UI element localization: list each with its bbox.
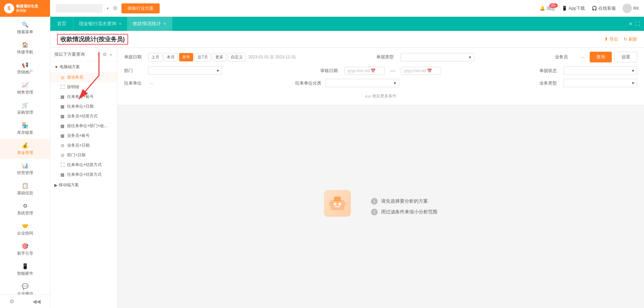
query-button[interactable]: 查询 bbox=[590, 52, 612, 62]
scheme-item-partner-settlement2[interactable]: ▦ 往来单位+结算方式 bbox=[50, 170, 117, 179]
add-scheme-button[interactable]: + bbox=[97, 51, 101, 58]
partner-more-icon[interactable]: ··· bbox=[150, 81, 154, 86]
maximize-window-icon[interactable]: ⛶ bbox=[635, 21, 640, 27]
date-separator: — bbox=[390, 68, 395, 74]
app-download-label: App下载 bbox=[569, 5, 585, 11]
dept-date-icon: ⊙ bbox=[60, 153, 65, 158]
svg-rect-1 bbox=[334, 197, 341, 201]
dropdown-icon[interactable]: ▾ bbox=[107, 6, 109, 11]
scheme-item-salesperson-settlement[interactable]: ▦ 业务员+结算方式 bbox=[50, 111, 117, 121]
collapse-sidebar-icon[interactable]: ◀◀ bbox=[33, 298, 41, 305]
partner-account-icon: ▦ bbox=[60, 94, 65, 99]
scheme-item-label: 部门+日期 bbox=[67, 152, 86, 158]
scheme-item-partner-settlement1[interactable]: ⛶ 往来单位+结算方式 bbox=[50, 160, 117, 170]
date-btn-this-year[interactable]: 本年 bbox=[179, 53, 193, 61]
sidebar-item-quicknav[interactable]: 🏠 快捷导航 bbox=[0, 38, 50, 58]
scheme-group-pc[interactable]: ▼ 电脑端方案 bbox=[50, 61, 117, 72]
scheme-header-actions: + ⚙ « bbox=[97, 51, 113, 58]
tabbar: 首页 现金银行流水查询 ✕ 收款情况统计 ✕ ✕ ⛶ bbox=[50, 17, 644, 31]
sidebar-item-search[interactable]: 🔍 搜索菜单 bbox=[0, 18, 50, 38]
sidebar-item-hardware[interactable]: 📱 智能硬件 bbox=[0, 260, 50, 280]
scheme-item-salesperson-date[interactable]: ⊙ 业务员+日期 bbox=[50, 141, 117, 150]
sidebar-item-wechat[interactable]: 💬 企业微信 bbox=[0, 280, 50, 295]
tab-bank-flow[interactable]: 现金银行流水查询 ✕ bbox=[73, 17, 127, 31]
sidebar-item-marketing[interactable]: 📢 营销推广 bbox=[0, 58, 50, 79]
empty-tips: 1 请先选择要分析的方案 2 用过滤条件来缩小分析范围 bbox=[371, 198, 437, 215]
close-tab2-icon[interactable]: ✕ bbox=[163, 21, 166, 26]
gear-icon[interactable]: ⚙ bbox=[113, 5, 117, 11]
sidebar-item-sales[interactable]: 📈 销售管理 bbox=[0, 79, 50, 99]
business-type-select[interactable]: ▾ bbox=[564, 79, 637, 87]
page-header-actions: ⬆ 导出 ↻ 刷新 bbox=[604, 36, 637, 42]
scheme-item-partner-dept[interactable]: ▦ 按往来单位+部门+收... bbox=[50, 121, 117, 131]
date-btn-last-month[interactable]: 上月 bbox=[148, 53, 162, 61]
svg-point-3 bbox=[338, 203, 341, 205]
sidebar-item-finance[interactable]: 💰 资金管理 bbox=[0, 139, 50, 159]
sidebar-item-system[interactable]: ⚙ 系统管理 bbox=[0, 199, 50, 219]
inventory-icon: 🏪 bbox=[22, 122, 29, 129]
page-header: 收款情况统计(按业务员) ⬆ 导出 ↻ 刷新 bbox=[50, 31, 644, 48]
tip-text-2: 用过滤条件来缩小分析范围 bbox=[381, 209, 437, 215]
scheme-group-mobile-label: 移动端方案 bbox=[59, 182, 79, 188]
tab-home[interactable]: 首页 bbox=[50, 17, 73, 31]
service-icon: 🎧 bbox=[592, 6, 597, 11]
settings-bottom-icon[interactable]: ⚙ bbox=[9, 298, 14, 305]
salesperson-more-icon[interactable]: ··· bbox=[580, 54, 584, 60]
scheme-item-salesperson-account[interactable]: ▦ 业务员+账号 bbox=[50, 131, 117, 141]
sidebar-item-inventory[interactable]: 🏪 库存核算 bbox=[0, 119, 50, 139]
date-btn-7days[interactable]: 近7天 bbox=[195, 53, 211, 61]
scheme-group-mobile[interactable]: ▶ 移动端方案 bbox=[50, 179, 117, 191]
filter-row-2: 部门 ▾ 审核日期 yyyy-mm-dd 📅 — yyyy-mm-dd 📅 bbox=[124, 66, 637, 75]
doc-status-select[interactable]: ▾ bbox=[564, 66, 637, 75]
scheme-item-dept-date[interactable]: ⊙ 部门+日期 bbox=[50, 150, 117, 160]
close-tab1-icon[interactable]: ✕ bbox=[118, 21, 122, 26]
expand-pc-icon: ▼ bbox=[54, 65, 58, 69]
audit-date-start[interactable]: yyyy-mm-dd 📅 bbox=[344, 67, 385, 75]
settings-button[interactable]: 设置 bbox=[614, 52, 637, 62]
sidebar-item-guide[interactable]: 🎯 新手引导 bbox=[0, 240, 50, 260]
doc-type-select[interactable]: ▾ bbox=[400, 53, 474, 61]
partner-settlement2-icon: ▦ bbox=[60, 172, 65, 177]
close-window-icon[interactable]: ✕ bbox=[629, 21, 633, 27]
tip-item-1: 1 请先选择要分析的方案 bbox=[371, 198, 437, 205]
audit-date-end[interactable]: yyyy-mm-dd 📅 bbox=[401, 67, 441, 75]
online-service-button[interactable]: 🎧 在线客服 bbox=[592, 5, 616, 11]
collapse-more-button[interactable]: ∧∧ 收起更多条件 bbox=[124, 91, 637, 101]
scheme-item-partner-date[interactable]: ▦ 往来单位+日期 bbox=[50, 102, 117, 111]
trial-button[interactable]: 体验行业方案 bbox=[121, 3, 160, 13]
refresh-button[interactable]: ↻ 刷新 bbox=[624, 36, 637, 42]
partner-category-select[interactable]: ▾ bbox=[325, 79, 399, 87]
scheme-item-partner-account[interactable]: ▦ 往来单位+账号 bbox=[50, 92, 117, 102]
collapse-scheme-icon[interactable]: « bbox=[109, 51, 113, 58]
wechat-icon: 💬 bbox=[22, 283, 29, 290]
sidebar-item-label: 销售管理 bbox=[17, 90, 33, 95]
topbar: ▾ ⚙ 体验行业方案 🔔 消息 99+ 📱 App下载 🎧 在线客服 Rit bbox=[50, 0, 644, 17]
export-button[interactable]: ⬆ 导出 bbox=[604, 36, 618, 42]
guide-icon: 🎯 bbox=[22, 243, 29, 249]
sidebar-item-basic-info[interactable]: 📋 基础信息 bbox=[0, 179, 50, 199]
home-icon: 🏠 bbox=[22, 42, 29, 48]
online-service-label: 在线客服 bbox=[598, 5, 616, 11]
user-avatar-area[interactable]: Rit bbox=[623, 4, 639, 13]
sidebar-item-purchase[interactable]: 🛒 采购管理 bbox=[0, 99, 50, 119]
sidebar-item-label: 企业协同 bbox=[17, 230, 33, 236]
tab-collection-stats[interactable]: 收款情况统计 ✕ bbox=[127, 17, 172, 31]
partner-dept-icon: ▦ bbox=[60, 123, 65, 129]
scheme-settings-icon[interactable]: ⚙ bbox=[102, 51, 108, 58]
date-btn-this-month[interactable]: 本月 bbox=[164, 53, 178, 61]
main-area: ▾ ⚙ 体验行业方案 🔔 消息 99+ 📱 App下载 🎧 在线客服 Rit bbox=[50, 0, 644, 308]
dept-select[interactable]: ▾ bbox=[148, 66, 222, 75]
messages-button[interactable]: 🔔 消息 99+ bbox=[540, 5, 555, 11]
sidebar-item-business[interactable]: 📊 经营管理 bbox=[0, 159, 50, 179]
partner-category-chevron: ▾ bbox=[394, 81, 396, 86]
collapse-more-label: 收起更多条件 bbox=[372, 93, 396, 99]
scheme-item-by-salesperson[interactable]: ◎ 按业务员 bbox=[50, 72, 117, 82]
sidebar-item-label: 库存核算 bbox=[17, 130, 33, 136]
date-btn-more[interactable]: 更多 bbox=[212, 53, 226, 61]
scheme-item-detail[interactable]: ⛶ 按明细 bbox=[50, 82, 117, 92]
sidebar-item-corp-collab[interactable]: 🤝 企业协同 bbox=[0, 219, 50, 240]
bell-icon: 🔔 bbox=[540, 6, 545, 11]
app-download-button[interactable]: 📱 App下载 bbox=[562, 5, 585, 11]
scheme-item-label: 往来单位+账号 bbox=[67, 94, 94, 100]
date-btn-custom[interactable]: 自定义 bbox=[228, 53, 246, 61]
